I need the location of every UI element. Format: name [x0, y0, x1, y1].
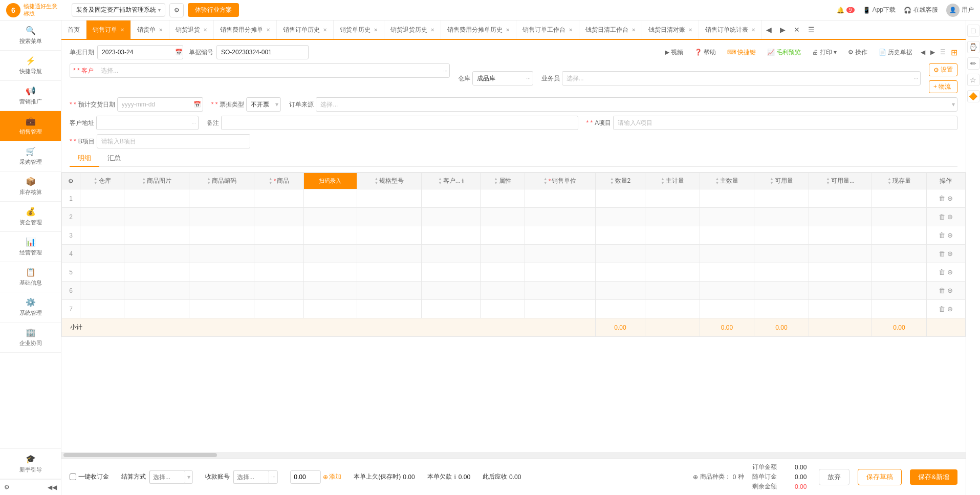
delete-row-btn[interactable]: 🗑	[939, 305, 945, 313]
copy-row-btn[interactable]: ⊕	[947, 195, 953, 202]
tab-sales-return[interactable]: 销货单 ✕	[131, 20, 169, 39]
scan-btn[interactable]: 扫码录入	[315, 175, 345, 187]
profit-preview-btn[interactable]: 📈 毛利预览	[764, 47, 804, 58]
sidebar-item-search[interactable]: 🔍 搜索菜单	[0, 20, 61, 51]
delete-row-btn[interactable]: 🗑	[939, 213, 945, 221]
copy-row-btn[interactable]: ⊕	[947, 305, 953, 313]
right-icon-4[interactable]: ☆	[967, 74, 979, 86]
copy-row-btn[interactable]: ⊕	[947, 250, 953, 257]
warehouse-input[interactable]	[473, 72, 524, 85]
salesperson-input[interactable]	[562, 72, 912, 85]
discard-button[interactable]: 放弃	[819, 469, 850, 485]
order-no-input[interactable]	[216, 45, 309, 59]
view-btn[interactable]: ▶ 视频	[662, 47, 686, 58]
address-input[interactable]	[97, 116, 190, 130]
notice-button[interactable]: 🔔 9	[837, 7, 855, 14]
address-more-btn[interactable]: ···	[190, 120, 198, 126]
tab-close-icon[interactable]: ✕	[688, 27, 692, 33]
bank-account-input[interactable]	[233, 470, 269, 484]
sidebar-item-enterprise[interactable]: 🏢 企业协同	[0, 322, 61, 353]
sidebar-item-operations[interactable]: 📊 经营管理	[0, 232, 61, 262]
tab-close-icon[interactable]: ✕	[374, 27, 378, 33]
bank-account-more-btn[interactable]: ···	[269, 474, 277, 480]
info-icon[interactable]: ℹ	[454, 474, 456, 481]
dropdown-icon[interactable]: ▾	[185, 474, 192, 481]
sidebar-item-marketing[interactable]: 📢 营销推广	[0, 81, 61, 111]
tab-nav-right[interactable]: ▶	[776, 20, 790, 39]
delete-row-btn[interactable]: 🗑	[939, 268, 945, 276]
online-service-button[interactable]: 🎧 在线客服	[904, 6, 938, 14]
tab-close-icon[interactable]: ✕	[203, 27, 207, 33]
save-draft-button[interactable]: 保存草稿	[858, 469, 902, 485]
add-material-button[interactable]: + 物流	[929, 80, 957, 93]
tab-cash-daily-reconcile[interactable]: 钱货日清对账 ✕	[642, 20, 699, 39]
amount-input[interactable]	[290, 470, 321, 484]
sidebar-item-finance[interactable]: 💰 资金管理	[0, 202, 61, 232]
warehouse-more-btn[interactable]: ···	[524, 76, 532, 81]
remark-input[interactable]	[222, 116, 578, 130]
info-icon[interactable]: ℹ	[462, 178, 464, 185]
delete-row-btn[interactable]: 🗑	[939, 250, 945, 257]
form-settings-button[interactable]: ⚙ 设置	[929, 63, 957, 76]
tab-close-icon[interactable]: ✕	[506, 27, 510, 33]
tab-close-icon[interactable]: ✕	[631, 27, 636, 33]
add-payment-btn[interactable]: ⊕ 添加	[323, 472, 341, 481]
tab-sales-fee-split[interactable]: 销售费用分摊单 ✕	[214, 20, 277, 39]
calendar-icon[interactable]: 📅	[175, 49, 183, 56]
dropdown-icon[interactable]: ▾	[950, 101, 957, 108]
right-icon-5[interactable]: 🔶	[967, 90, 979, 102]
tab-nav-close[interactable]: ✕	[790, 20, 804, 39]
delete-row-btn[interactable]: 🗑	[939, 195, 945, 202]
tab-huizong[interactable]: 汇总	[99, 150, 129, 167]
copy-row-btn[interactable]: ⊕	[947, 287, 953, 294]
app-download-button[interactable]: 📱 App下载	[863, 6, 896, 14]
th-config[interactable]: ⚙	[62, 173, 80, 189]
tab-sales-order-history[interactable]: 销售订单历史 ✕	[277, 20, 334, 39]
settings-icon[interactable]: ⚙	[169, 3, 184, 17]
salesperson-more-btn[interactable]: ···	[912, 76, 920, 81]
scroll-bar[interactable]	[61, 452, 966, 458]
operation-btn[interactable]: ⚙ 操作	[845, 47, 870, 58]
tab-sales-fee-history[interactable]: 销售费用分摊单历史 ✕	[441, 20, 516, 39]
tab-home[interactable]: 首页	[61, 20, 86, 39]
right-icon-1[interactable]: □	[967, 25, 979, 37]
tab-sales-order-workbench[interactable]: 销售订单工作台 ✕	[516, 20, 579, 39]
sidebar-item-quick-nav[interactable]: ⚡ 快捷导航	[0, 51, 61, 81]
save-new-button[interactable]: 保存&新增	[910, 469, 957, 485]
tab-close-icon[interactable]: ✕	[569, 27, 573, 33]
history-btn[interactable]: 📄 历史单据	[876, 47, 916, 58]
tab-nav-menu[interactable]: ☰	[804, 20, 819, 39]
tab-sales-order-summary[interactable]: 销售订单统计表 ✕	[699, 20, 762, 39]
tab-sales-refund-history[interactable]: 销货退货历史 ✕	[384, 20, 441, 39]
copy-row-btn[interactable]: ⊕	[947, 231, 953, 239]
customer-more-btn[interactable]: ···	[441, 68, 449, 74]
copy-row-btn[interactable]: ⊕	[947, 268, 953, 276]
tab-mingxi[interactable]: 明细	[70, 150, 99, 167]
sidebar-item-sales[interactable]: 💼 销售管理	[0, 111, 61, 141]
tab-sales-refund[interactable]: 销货退货 ✕	[169, 20, 214, 39]
tab-close-icon[interactable]: ✕	[751, 27, 755, 33]
tab-close-icon[interactable]: ✕	[120, 27, 124, 33]
copy-row-btn[interactable]: ⊕	[947, 213, 953, 221]
tab-sales-history[interactable]: 销货单历史 ✕	[334, 20, 384, 39]
sidebar-item-system[interactable]: ⚙️ 系统管理	[0, 292, 61, 322]
tab-close-icon[interactable]: ✕	[323, 27, 327, 33]
b-project-input[interactable]	[97, 135, 250, 148]
customer-input[interactable]	[97, 64, 441, 77]
dropdown-icon[interactable]: ▾	[273, 101, 280, 108]
delivery-date-input[interactable]	[117, 97, 203, 112]
sidebar-item-inventory[interactable]: 📦 库存核算	[0, 171, 61, 202]
sidebar-collapse-btn[interactable]: ◀◀	[48, 484, 57, 491]
tab-close-icon[interactable]: ✕	[430, 27, 434, 33]
print-btn[interactable]: 🖨 打印 ▾	[809, 47, 840, 58]
payment-method-input[interactable]	[149, 470, 185, 484]
right-icon-3[interactable]: ✏	[967, 57, 979, 70]
delete-row-btn[interactable]: 🗑	[939, 287, 945, 294]
sidebar-item-purchase[interactable]: 🛒 采购管理	[0, 141, 61, 171]
order-source-input[interactable]	[316, 98, 950, 111]
tab-sales-order[interactable]: 销售订单 ✕	[86, 20, 131, 39]
tab-cash-daily-workbench[interactable]: 钱货日清工作台 ✕	[579, 20, 642, 39]
date-input[interactable]	[97, 45, 183, 59]
shortcut-btn[interactable]: ⌨ 快捷键	[724, 47, 759, 58]
right-icon-2[interactable]: ⌚	[967, 41, 979, 53]
